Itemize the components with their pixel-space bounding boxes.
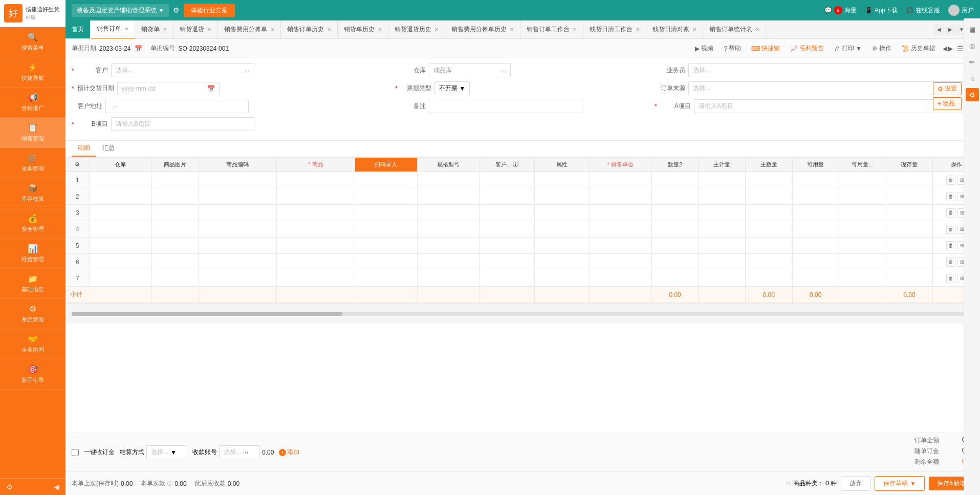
tab-summary[interactable]: 汇总: [96, 141, 121, 157]
row-4-delete-btn[interactable]: 🗑: [946, 225, 955, 234]
sidebar-item-quick-nav[interactable]: ⚡ 快捷导航: [0, 57, 66, 88]
collapse-icon[interactable]: ◀: [54, 483, 59, 491]
tab-home[interactable]: 首页: [66, 20, 91, 39]
notification-item[interactable]: 💬 9 海量: [824, 6, 857, 15]
user-item[interactable]: 用户: [948, 5, 974, 16]
row-2-attr[interactable]: [534, 188, 589, 205]
tab-fee-history[interactable]: 销售费用分摊单历史 ✕: [445, 20, 520, 39]
tab-close-icon[interactable]: ✕: [510, 27, 514, 32]
row-1-unit[interactable]: [589, 172, 651, 188]
tab-close-icon[interactable]: ✕: [573, 27, 577, 32]
tab-sales-stats[interactable]: 销售订单统计表 ✕: [703, 20, 766, 39]
row-1-main-unit[interactable]: [699, 172, 746, 188]
delivery-date-input[interactable]: yyyy-mm-dd 📅: [117, 82, 220, 95]
operations-btn[interactable]: ⚙ 操作: [869, 43, 895, 54]
sidebar-item-search[interactable]: 🔍 搜索菜单: [0, 27, 66, 57]
row-1-spec[interactable]: [417, 172, 480, 188]
tab-close-icon[interactable]: ✕: [755, 27, 759, 32]
tab-close-icon[interactable]: ✕: [692, 27, 696, 32]
add-goods-btn[interactable]: + 物品: [933, 97, 962, 110]
warehouse-input[interactable]: 成品库 ···: [429, 63, 511, 77]
tab-close-icon[interactable]: ✕: [207, 27, 211, 32]
rsp-star-icon[interactable]: ☆: [966, 72, 979, 85]
sidebar-item-sales[interactable]: 📋 销售管理: [0, 118, 66, 148]
row-2-code[interactable]: [199, 188, 277, 205]
app-download-item[interactable]: 📱 App下载: [865, 6, 898, 15]
tab-daily-workbench[interactable]: 钱货日清工作台 ✕: [583, 20, 646, 39]
row-1-customer[interactable]: [480, 172, 534, 188]
sidebar-item-inventory[interactable]: 📦 库存核算: [0, 178, 66, 208]
tab-sales-workbench[interactable]: 销售订单工作台 ✕: [520, 20, 583, 39]
notes-input[interactable]: [429, 100, 582, 113]
b-project-input[interactable]: 请输入B项目: [111, 117, 254, 131]
sidebar-item-marketing[interactable]: 📢 营销推广: [0, 88, 66, 118]
row-3-delete-btn[interactable]: 🗑: [946, 208, 955, 218]
sidebar-item-system[interactable]: ⚙ 系统管理: [0, 299, 66, 329]
nav-next-icon[interactable]: ▶: [948, 45, 953, 52]
tab-next-arrow[interactable]: ▶: [945, 25, 955, 35]
rsp-edit-icon[interactable]: ✏: [966, 55, 979, 69]
sidebar-item-finance[interactable]: 💰 资金管理: [0, 208, 66, 239]
row-2-delete-btn[interactable]: 🗑: [946, 192, 955, 201]
tab-close-icon[interactable]: ✕: [378, 27, 382, 32]
print-btn[interactable]: 🖨 打印 ▼: [831, 43, 865, 54]
row-2-spec[interactable]: [417, 188, 480, 205]
tab-close-icon[interactable]: ✕: [270, 27, 274, 32]
tab-close-icon[interactable]: ✕: [636, 27, 640, 32]
tab-close-icon[interactable]: ✕: [434, 27, 439, 32]
shortcuts-btn[interactable]: ⌨ 快捷键: [748, 43, 783, 54]
tab-close-icon[interactable]: ✕: [124, 26, 128, 32]
scroll-thumb[interactable]: [72, 312, 342, 316]
th-scan[interactable]: 扫码录入: [355, 158, 417, 172]
tab-daily-reconcile[interactable]: 钱货日清对账 ✕: [646, 20, 703, 39]
row-2-unit[interactable]: [589, 188, 651, 205]
tab-detail[interactable]: 明细: [72, 141, 96, 157]
row-1-avail2[interactable]: [839, 172, 886, 188]
a-project-input[interactable]: 请输入A项目: [694, 99, 974, 113]
view-video-btn[interactable]: ▶ 视频: [692, 43, 716, 54]
add-payment-btn[interactable]: + 添加: [279, 448, 299, 457]
row-2-main-qty[interactable]: [745, 188, 792, 205]
settings-bottom-icon[interactable]: ⚙: [6, 483, 13, 491]
tab-return-history[interactable]: 销货退货历史 ✕: [388, 20, 445, 39]
row-7-delete-btn[interactable]: 🗑: [946, 274, 955, 283]
row-1-scan[interactable]: [355, 172, 417, 188]
tab-sales-invoice[interactable]: 销货单 ✕: [135, 20, 173, 39]
row-2-scan[interactable]: [355, 188, 417, 205]
list-view-icon[interactable]: ☰: [957, 45, 964, 53]
sidebar-item-basic-info[interactable]: 📁 基础信息: [0, 269, 66, 299]
row-6-delete-btn[interactable]: 🗑: [946, 257, 955, 267]
help-btn[interactable]: ? 帮助: [721, 43, 744, 54]
discard-button[interactable]: 放弃: [841, 476, 870, 491]
tab-invoice-history[interactable]: 销货单历史 ✕: [338, 20, 388, 39]
row-1-avail[interactable]: [792, 172, 839, 188]
row-2-warehouse[interactable]: [89, 188, 151, 205]
history-btn[interactable]: 📜 历史单据: [899, 43, 939, 54]
table-scrollbar[interactable]: [66, 303, 980, 324]
row-2-avail2[interactable]: [839, 188, 886, 205]
rsp-table-icon[interactable]: ▦: [966, 23, 979, 36]
rsp-settings-icon[interactable]: ⚙: [966, 88, 979, 101]
online-service-item[interactable]: 🎧 在线客服: [906, 6, 940, 15]
row-5-delete-btn[interactable]: 🗑: [946, 241, 955, 250]
row-1-product[interactable]: [277, 172, 355, 188]
row-2-stock[interactable]: [886, 188, 933, 205]
row-2-img[interactable]: [151, 188, 199, 205]
tab-sales-order-history[interactable]: 销售订单历史 ✕: [281, 20, 338, 39]
row-1-delete-btn[interactable]: 🗑: [946, 176, 955, 185]
row-1-main-qty[interactable]: [745, 172, 792, 188]
save-draft-button[interactable]: 保存草稿 ▼: [875, 476, 925, 491]
customer-input[interactable]: 选择... ···: [111, 63, 254, 77]
one-click-deposit-checkbox[interactable]: [72, 449, 79, 456]
row-1-stock[interactable]: [886, 172, 933, 188]
tab-close-icon[interactable]: ✕: [163, 27, 167, 32]
row-2-customer[interactable]: [480, 188, 534, 205]
row-2-product[interactable]: [277, 188, 355, 205]
topbar-settings-icon[interactable]: ⚙: [173, 6, 180, 14]
scroll-track[interactable]: [72, 312, 974, 316]
tab-close-icon[interactable]: ✕: [327, 27, 331, 32]
calendar-icon[interactable]: 📅: [135, 45, 142, 52]
row-1-attr[interactable]: [534, 172, 589, 188]
sidebar-item-guide[interactable]: 🎯 新手引导: [0, 359, 66, 390]
tab-sales-order[interactable]: 销售订单 ✕: [91, 20, 135, 39]
